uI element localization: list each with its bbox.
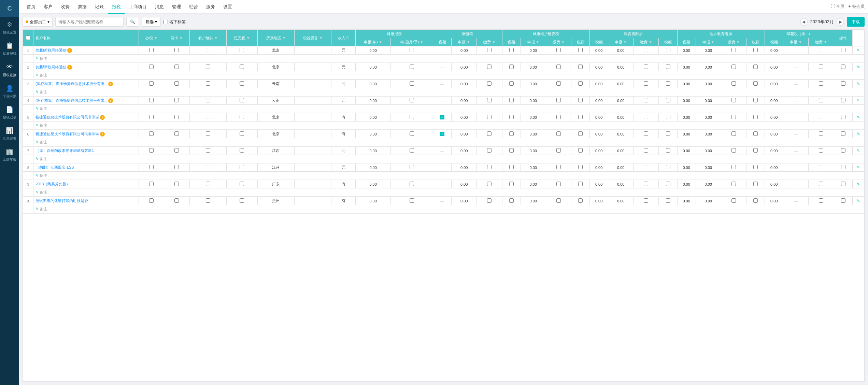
note-edit-icon[interactable]: ✎	[35, 73, 39, 77]
yinhua-jiao-val[interactable]	[834, 180, 852, 188]
edit-icon[interactable]: ✎	[857, 132, 860, 136]
cheng-shen-checkbox[interactable]	[556, 81, 561, 86]
difang-shen-checkbox[interactable]	[731, 98, 736, 102]
cheng-shen-val[interactable]	[546, 146, 571, 155]
jiao-shen-val[interactable]	[634, 96, 659, 105]
edit-icon[interactable]: ✎	[857, 182, 860, 186]
cheng-jiao-val[interactable]	[571, 146, 589, 155]
difang-shen-checkbox[interactable]	[731, 48, 736, 52]
zengzhi-shen-val[interactable]	[477, 63, 502, 71]
caibao-year-val[interactable]	[390, 80, 433, 88]
yinhua-shen-checkbox[interactable]	[819, 65, 823, 69]
jiao-jiao-val[interactable]	[659, 96, 677, 105]
yinhua-jiao-checkbox[interactable]	[841, 115, 845, 119]
zengzhi-jiao-checkbox[interactable]	[509, 148, 514, 153]
zengzhi-shen-checkbox[interactable]	[487, 98, 492, 102]
difang-jiao-val[interactable]	[746, 63, 765, 71]
client-name[interactable]: 勿删!新锐网络通信!	[33, 46, 139, 55]
jiao-jiao-checkbox[interactable]	[666, 165, 670, 169]
edit-icon[interactable]: ✎	[857, 115, 860, 119]
chaoshui-checkbox[interactable]	[149, 165, 154, 169]
client-name[interactable]: (库存核算）直播畅捷通信息技术股份有限...!	[33, 96, 139, 105]
difang-jiao-val[interactable]	[746, 130, 765, 138]
youhu-checkbox[interactable]	[206, 48, 210, 52]
cheng-shen-checkbox[interactable]	[556, 98, 561, 102]
nav-shoufei[interactable]: 收费	[57, 0, 74, 14]
yinhua-shen-checkbox[interactable]	[819, 165, 823, 169]
jiao-jiao-val[interactable]	[659, 163, 677, 172]
col-chaoshui-val[interactable]	[139, 197, 164, 205]
cheng-jiao-val[interactable]	[571, 96, 589, 105]
col-youhu-val[interactable]	[189, 63, 226, 71]
chaoshui-checkbox[interactable]	[149, 131, 154, 136]
difang-jiao-val[interactable]	[746, 80, 765, 88]
zengzhi-jiao-checkbox[interactable]	[509, 131, 514, 136]
caibao-month-checked[interactable]: ✓	[440, 115, 444, 119]
jiao-jiao-val[interactable]	[659, 46, 677, 55]
caibao-year-checkbox[interactable]	[410, 182, 414, 186]
jiao-shen-checkbox[interactable]	[644, 98, 648, 102]
client-name[interactable]: （原）误删勿改李艳牙测试所客新1	[33, 146, 139, 155]
yinhua-jiao-checkbox[interactable]	[841, 148, 845, 153]
caibao-year-val[interactable]	[390, 46, 433, 55]
zengzhi-jiao-val[interactable]	[502, 80, 521, 88]
zengzhi-jiao-checkbox[interactable]	[509, 182, 514, 186]
cheng-shen-checkbox[interactable]	[556, 198, 561, 203]
difang-shen-val[interactable]	[721, 130, 746, 138]
cheng-shen-val[interactable]	[546, 46, 571, 55]
qingka-checkbox[interactable]	[174, 48, 179, 52]
yinhua-shen-val[interactable]	[809, 146, 834, 155]
col-chaoshui-val[interactable]	[139, 113, 164, 122]
yinhua-shen-val[interactable]	[809, 46, 834, 55]
jiao-jiao-checkbox[interactable]	[666, 131, 670, 136]
difang-shen-checkbox[interactable]	[731, 148, 736, 153]
yinhua-shen-val[interactable]	[809, 163, 834, 172]
qingka-checkbox[interactable]	[174, 115, 179, 119]
youhu-checkbox[interactable]	[206, 115, 210, 119]
caibao-year-checkbox[interactable]	[410, 148, 414, 153]
prev-month-btn[interactable]: ◀	[800, 18, 808, 26]
yinhua-jiao-val[interactable]	[834, 80, 852, 88]
jiao-jiao-val[interactable]	[659, 80, 677, 88]
col-qingka-val[interactable]	[164, 146, 189, 155]
cheng-jiao-checkbox[interactable]	[578, 81, 583, 86]
cheng-shen-val[interactable]	[546, 180, 571, 188]
zengzhi-jiao-val[interactable]	[502, 113, 521, 122]
youhu-checkbox[interactable]	[206, 198, 210, 203]
col-chaoshui-val[interactable]	[139, 163, 164, 172]
jiao-shen-val[interactable]	[634, 130, 659, 138]
difang-shen-checkbox[interactable]	[731, 165, 736, 169]
download-button[interactable]: 下载	[847, 17, 865, 27]
client-name[interactable]: 勿删!新锐网络通信!	[33, 63, 139, 71]
note-edit-icon[interactable]: ✎	[35, 56, 39, 60]
search-input[interactable]	[55, 17, 124, 27]
zengzhi-shen-checkbox[interactable]	[487, 65, 492, 69]
nav-fuwu[interactable]: 服务	[202, 0, 219, 14]
zengzhi-shen-checkbox[interactable]	[487, 198, 492, 203]
yinhua-jiao-val[interactable]	[834, 197, 852, 205]
yinhua-jiao-checkbox[interactable]	[841, 165, 845, 169]
difang-shen-checkbox[interactable]	[731, 182, 736, 186]
col-qingka-val[interactable]	[164, 63, 189, 71]
jiao-jiao-checkbox[interactable]	[666, 98, 670, 102]
edit-icon[interactable]: ✎	[857, 48, 860, 52]
zengzhi-jiao-val[interactable]	[502, 163, 521, 172]
caibao-year-val[interactable]	[390, 113, 433, 122]
chaoshui-checkbox[interactable]	[149, 148, 154, 153]
yinhua-shen-checkbox[interactable]	[819, 81, 823, 86]
yinhua-jiao-val[interactable]	[834, 113, 852, 122]
difang-jiao-checkbox[interactable]	[753, 182, 758, 186]
zengzhi-shen-val[interactable]	[477, 130, 502, 138]
chaoshui-checkbox[interactable]	[149, 115, 154, 119]
zengzhi-jiao-val[interactable]	[502, 96, 521, 105]
jiao-jiao-checkbox[interactable]	[666, 182, 670, 186]
sidebar-item-gongshang[interactable]: 🏢 工商年报	[0, 144, 19, 166]
cheng-jiao-checkbox[interactable]	[578, 115, 583, 119]
action-cell[interactable]: ✎	[852, 163, 864, 172]
sidebar-item-pilian-baoshui[interactable]: 📋 批量报税	[0, 38, 19, 59]
col-chaoshui-val[interactable]	[139, 96, 164, 105]
difang-jiao-val[interactable]	[746, 163, 765, 172]
member-btn[interactable]: ✦ 畅会员	[848, 4, 865, 10]
col-youhu-val[interactable]	[189, 113, 226, 122]
difang-shen-checkbox[interactable]	[731, 81, 736, 86]
